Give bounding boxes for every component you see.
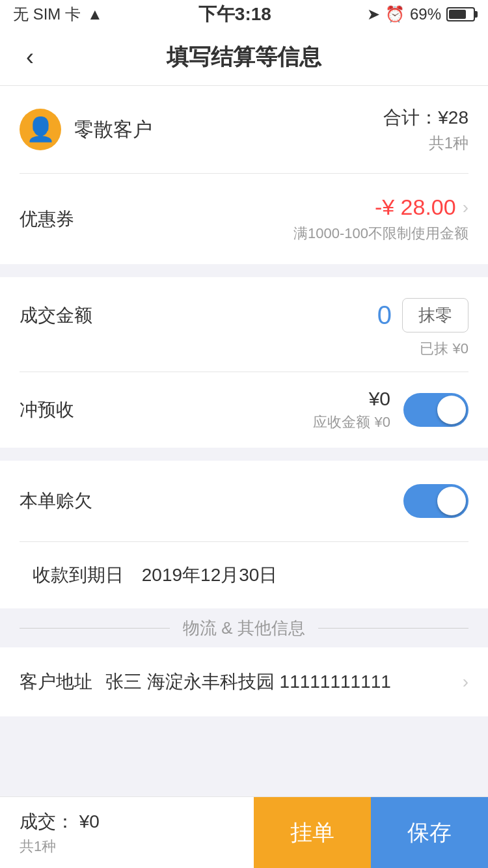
logistics-sep: 物流 & 其他信息 <box>0 608 488 647</box>
bottom-bar: 成交： ¥0 共1种 挂单 保存 <box>0 796 488 868</box>
alarm-icon: ⏰ <box>385 5 405 23</box>
total-count: 共1种 <box>383 133 468 154</box>
debt-section: 本单赊欠 收款到期日 2019年12月30日 <box>0 461 488 608</box>
due-date-value: 2019年12月30日 <box>142 565 278 585</box>
due-date-row: 收款到期日 2019年12月30日 <box>20 541 468 608</box>
address-chevron-icon: › <box>463 671 468 692</box>
address-row[interactable]: 客户地址 张三 海淀永丰科技园 11111111111 › <box>20 647 468 716</box>
bottom-summary: 成交： ¥0 共1种 <box>0 809 254 856</box>
prereceive-amount: ¥0 <box>313 388 390 410</box>
status-right: ➤ ⏰ 69% <box>367 5 475 23</box>
section-sep-4 <box>0 729 488 742</box>
battery-icon <box>446 7 475 21</box>
customer-name: 零散客户 <box>74 116 152 143</box>
nav-bar: ‹ 填写结算等信息 <box>0 29 488 86</box>
status-bar: 无 SIM 卡 ▲ 下午3:18 ➤ ⏰ 69% <box>0 0 488 29</box>
avatar-icon: 👤 <box>26 116 55 143</box>
deal-label: 成交金额 <box>20 298 92 328</box>
content-area: 👤 零散客户 合计：¥28 共1种 优惠券 -¥ 28.00 › 满1000-1… <box>0 86 488 834</box>
prereceive-row: 冲预收 ¥0 应收金额 ¥0 <box>20 372 468 448</box>
debt-toggle[interactable] <box>403 484 468 518</box>
prereceive-values: ¥0 应收金额 ¥0 <box>313 388 390 432</box>
debt-label: 本单赊欠 <box>20 489 92 513</box>
debt-toggle-knob <box>437 487 466 515</box>
toggle-knob <box>437 396 466 424</box>
carrier-text: 无 SIM 卡 <box>13 4 81 25</box>
customer-avatar: 👤 <box>20 109 61 150</box>
prereceive-due: 应收金额 ¥0 <box>313 413 390 432</box>
deal-row: 成交金额 0 抹零 <box>20 277 468 339</box>
deal-value: 0 <box>366 301 392 330</box>
chevron-right-icon: › <box>463 197 468 218</box>
coupon-desc: 满1000-100不限制使用金额 <box>293 224 468 243</box>
customer-right: 合计：¥28 共1种 <box>383 105 468 154</box>
section-sep-2 <box>0 448 488 461</box>
due-date-label: 收款到期日 <box>33 565 124 585</box>
wifi-icon: ▲ <box>87 5 103 23</box>
coupon-amount: -¥ 28.00 <box>375 195 456 220</box>
deal-section: 成交金额 0 抹零 已抹 ¥0 冲预收 ¥0 应收金额 ¥0 <box>0 277 488 448</box>
address-label: 客户地址 <box>20 670 92 694</box>
debt-row: 本单赊欠 <box>20 461 468 541</box>
prereceive-toggle[interactable] <box>403 393 468 427</box>
location-icon: ➤ <box>367 5 380 23</box>
bottom-count: 共1种 <box>20 837 234 856</box>
prereceive-label: 冲预收 <box>20 398 74 422</box>
deal-right: 0 抹零 <box>366 298 468 332</box>
bottom-deal-value: ¥0 <box>79 811 100 832</box>
section-sep-3 <box>0 716 488 729</box>
page-title: 填写结算等信息 <box>167 42 321 72</box>
customer-row: 👤 零散客户 合计：¥28 共1种 <box>20 86 468 173</box>
battery-percent: 69% <box>410 5 441 23</box>
customer-left: 👤 零散客户 <box>20 109 152 150</box>
section-sep-5 <box>0 742 488 755</box>
coupon-right: -¥ 28.00 › 满1000-100不限制使用金额 <box>293 195 468 243</box>
section-sep-1 <box>0 264 488 277</box>
customer-section: 👤 零散客户 合计：¥28 共1种 优惠券 -¥ 28.00 › 满1000-1… <box>0 86 488 264</box>
bottom-deal-label: 成交： <box>20 811 74 832</box>
status-left: 无 SIM 卡 ▲ <box>13 4 103 25</box>
back-button[interactable]: ‹ <box>20 37 40 77</box>
round-zero-button[interactable]: 抹零 <box>402 298 468 332</box>
status-time: 下午3:18 <box>198 2 271 27</box>
coupon-label: 优惠券 <box>20 207 74 232</box>
logistics-label: 物流 & 其他信息 <box>170 617 318 640</box>
prereceive-right: ¥0 应收金额 ¥0 <box>313 388 468 432</box>
total-amount: 合计：¥28 <box>383 105 468 130</box>
address-value: 张三 海淀永丰科技园 11111111111 <box>105 670 463 694</box>
bottom-deal: 成交： ¥0 <box>20 809 234 834</box>
address-section: 客户地址 张三 海淀永丰科技园 11111111111 › <box>0 647 488 716</box>
hold-button[interactable]: 挂单 <box>254 797 371 869</box>
deal-sub: 已抹 ¥0 <box>20 339 468 372</box>
coupon-row[interactable]: 优惠券 -¥ 28.00 › 满1000-100不限制使用金额 <box>20 174 468 264</box>
save-button[interactable]: 保存 <box>371 797 488 869</box>
